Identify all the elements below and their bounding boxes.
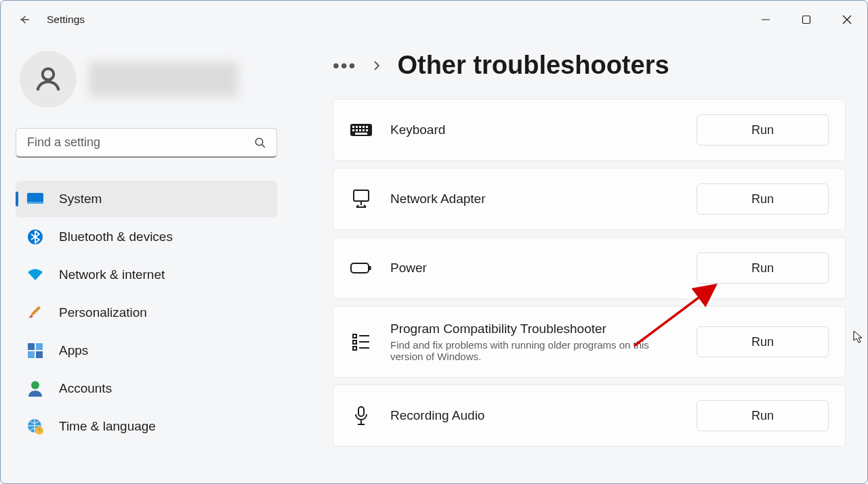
window-controls (745, 3, 867, 36)
card-body: Program Compatibility Troubleshooter Fin… (390, 322, 679, 362)
nav-item-bluetooth[interactable]: Bluetooth & devices (16, 219, 277, 255)
search-icon (254, 137, 266, 149)
card-title: Power (390, 261, 679, 276)
run-button-recording[interactable]: Run (697, 400, 829, 431)
close-button[interactable] (827, 3, 867, 36)
settings-window: Settings (0, 0, 868, 484)
nav-label: Bluetooth & devices (59, 229, 173, 244)
list-settings-icon (350, 332, 373, 352)
nav-label: Apps (59, 343, 88, 358)
nav-label: System (59, 192, 102, 206)
svg-rect-19 (352, 129, 354, 131)
svg-point-10 (31, 381, 39, 389)
svg-rect-4 (27, 202, 43, 204)
card-body: Power (390, 261, 679, 276)
app-title: Settings (47, 14, 85, 26)
svg-rect-6 (28, 343, 35, 350)
close-icon (842, 15, 852, 24)
microphone-icon (350, 405, 373, 426)
nav-item-apps[interactable]: Apps (16, 332, 277, 369)
card-title: Network Adapter (390, 192, 679, 206)
chevron-right-icon (371, 60, 382, 71)
page-title: Other troubleshooters (397, 51, 669, 80)
svg-rect-7 (36, 343, 43, 350)
profile-name-redacted (89, 62, 238, 97)
wifi-icon (26, 266, 44, 284)
card-title: Program Compatibility Troubleshooter (390, 322, 679, 336)
svg-rect-15 (356, 126, 358, 128)
run-button-keyboard[interactable]: Run (697, 114, 829, 146)
svg-rect-27 (353, 334, 356, 338)
profile-block[interactable] (16, 51, 277, 108)
card-subtitle: Find and fix problems with running older… (390, 339, 679, 362)
breadcrumb-ellipsis[interactable]: ••• (333, 62, 356, 69)
nav-item-accounts[interactable]: Accounts (16, 370, 277, 407)
svg-rect-28 (353, 340, 356, 344)
card-body: Network Adapter (390, 192, 679, 206)
card-title: Recording Audio (390, 408, 679, 423)
nav-label: Time & language (59, 419, 156, 434)
run-button-network[interactable]: Run (697, 183, 829, 215)
troubleshooter-power: Power Run (333, 237, 846, 299)
minimize-icon (761, 15, 770, 24)
svg-rect-25 (354, 190, 369, 201)
card-title: Keyboard (390, 123, 679, 137)
network-adapter-icon (350, 189, 373, 209)
svg-rect-26 (351, 263, 369, 273)
main-layout: System Bluetooth & devices Network & int… (1, 39, 867, 483)
svg-rect-30 (358, 407, 364, 416)
search-input[interactable] (16, 128, 277, 158)
nav-label: Personalization (59, 305, 147, 320)
svg-point-2 (255, 138, 263, 146)
nav-item-system[interactable]: System (16, 181, 277, 217)
svg-rect-0 (803, 16, 810, 24)
run-button-compat[interactable]: Run (697, 326, 829, 357)
troubleshooter-keyboard: Keyboard Run (333, 99, 846, 161)
keyboard-icon (350, 120, 373, 140)
svg-rect-22 (363, 129, 365, 131)
apps-icon (26, 342, 44, 359)
avatar (20, 51, 77, 108)
troubleshooter-recording-audio: Recording Audio Run (333, 384, 846, 447)
svg-rect-23 (366, 129, 368, 131)
globe-clock-icon (26, 418, 44, 435)
svg-rect-17 (363, 126, 365, 128)
search-wrap (16, 128, 277, 158)
run-button-power[interactable]: Run (697, 252, 829, 284)
svg-rect-18 (366, 126, 368, 128)
arrow-left-icon (18, 14, 30, 26)
nav-label: Network & internet (59, 267, 165, 282)
svg-rect-14 (352, 126, 354, 128)
minimize-button[interactable] (745, 3, 786, 36)
nav-item-network[interactable]: Network & internet (16, 257, 277, 293)
svg-point-1 (43, 68, 54, 80)
person-icon (33, 64, 63, 94)
svg-rect-8 (28, 351, 35, 358)
account-icon (26, 380, 44, 397)
svg-rect-21 (359, 129, 361, 131)
card-body: Recording Audio (390, 408, 679, 423)
nav-label: Accounts (59, 381, 112, 396)
bluetooth-icon (26, 228, 44, 246)
svg-rect-24 (355, 133, 367, 135)
svg-rect-29 (353, 347, 356, 350)
svg-rect-9 (36, 351, 43, 358)
battery-icon (350, 258, 373, 278)
maximize-icon (802, 15, 811, 24)
content: ••• Other troubleshooters Keyboard Run (292, 39, 867, 483)
nav-item-time-language[interactable]: Time & language (16, 408, 277, 445)
svg-rect-16 (359, 126, 361, 128)
paintbrush-icon (26, 304, 44, 322)
troubleshooter-program-compat: Program Compatibility Troubleshooter Fin… (333, 306, 846, 378)
back-button[interactable] (17, 12, 32, 27)
nav: System Bluetooth & devices Network & int… (16, 181, 277, 445)
titlebar: Settings (1, 1, 867, 39)
sidebar: System Bluetooth & devices Network & int… (1, 39, 292, 483)
display-icon (26, 190, 44, 208)
svg-rect-20 (356, 129, 358, 131)
titlebar-left: Settings (17, 12, 85, 27)
card-body: Keyboard (390, 123, 679, 137)
breadcrumb-row: ••• Other troubleshooters (333, 51, 846, 80)
maximize-button[interactable] (786, 3, 827, 36)
nav-item-personalization[interactable]: Personalization (16, 294, 277, 331)
